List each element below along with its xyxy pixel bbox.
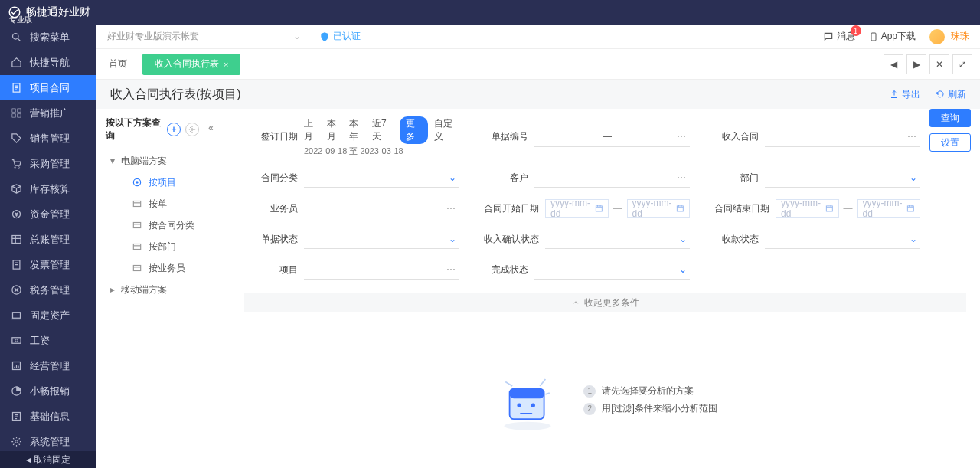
sidebar-item-doc[interactable]: 项目合同 <box>0 75 96 100</box>
tree-item-by_project[interactable]: 按项目 <box>96 172 230 193</box>
tab-prev-button[interactable]: ◀ <box>884 54 903 74</box>
svg-rect-30 <box>826 206 832 211</box>
opt-this-year[interactable]: 本年 <box>349 117 366 143</box>
tree-group-desktop[interactable]: ▾电脑端方案 <box>96 150 230 172</box>
page-header: 收入合同执行表(按项目) 导出 刷新 <box>96 80 980 109</box>
svg-point-16 <box>15 339 18 342</box>
lookup-icon[interactable]: ⋯ <box>446 264 456 275</box>
calendar-icon <box>825 204 834 213</box>
app-download-button[interactable]: App下载 <box>869 30 916 43</box>
sidebar-item-tax[interactable]: 税务管理 <box>0 277 96 303</box>
chevron-down-icon: ⌄ <box>293 31 301 41</box>
empty-step-1: 1请先选择要分析的方案 <box>583 385 717 398</box>
sidebar-item-mgmt[interactable]: 经营管理 <box>0 353 96 378</box>
add-scheme-button[interactable]: + <box>167 123 181 136</box>
export-button[interactable]: 导出 <box>890 88 920 101</box>
tab-home[interactable]: 首页 <box>96 54 139 75</box>
chevron-down-icon: ⌄ <box>910 234 917 244</box>
close-icon[interactable]: × <box>224 60 228 69</box>
collapse-conditions-button[interactable]: 收起更多条件 <box>244 293 966 312</box>
query-button[interactable]: 查询 <box>929 109 971 127</box>
payment-status-select[interactable]: ⌄ <box>765 229 920 249</box>
scheme-icon <box>130 218 144 232</box>
svg-rect-4 <box>12 109 15 112</box>
sidebar-item-report[interactable]: 小畅报销 <box>0 378 96 404</box>
sidebar-item-cart[interactable]: 采购管理 <box>0 151 96 176</box>
sidebar-unpin-button[interactable]: ◂取消固定 <box>0 451 96 468</box>
customer-input[interactable]: ⋯ <box>534 168 690 188</box>
scheme-settings-button[interactable] <box>185 123 199 136</box>
panel-collapse-icon[interactable]: « <box>208 123 220 135</box>
svg-rect-34 <box>510 389 544 399</box>
svg-rect-24 <box>133 201 140 207</box>
chevron-down-icon: ⌄ <box>910 172 917 183</box>
tree-group-mobile[interactable]: ▸移动端方案 <box>96 279 230 300</box>
tree-item-by_dept[interactable]: 按部门 <box>96 236 230 257</box>
start-date-from[interactable]: yyyy-mm-dd <box>545 199 609 218</box>
empty-illustration-icon <box>493 365 562 434</box>
invoice-icon <box>11 259 22 270</box>
field-payment-status: 收款状态 ⌄ <box>705 229 920 249</box>
opt-last-month[interactable]: 上月 <box>304 117 321 143</box>
tab-close-all-button[interactable]: ✕ <box>929 54 949 74</box>
svg-rect-29 <box>678 206 684 211</box>
end-date-from[interactable]: yyyy-mm-dd <box>776 199 839 218</box>
contract-class-select[interactable]: ⌄ <box>304 168 459 188</box>
sidebar-item-box[interactable]: 库存核算 <box>0 176 96 201</box>
lookup-icon[interactable]: ⋯ <box>446 203 456 214</box>
doc-no-input[interactable]: —⋯ <box>534 127 690 147</box>
refresh-icon <box>936 90 945 99</box>
refresh-button[interactable]: 刷新 <box>936 88 966 101</box>
end-date-to[interactable]: yyyy-mm-dd <box>858 199 921 218</box>
user-menu[interactable]: 珠珠 <box>929 29 969 44</box>
dept-select[interactable]: ⌄ <box>765 168 920 188</box>
settings-button[interactable]: 设置 <box>929 133 971 152</box>
export-icon <box>890 90 899 99</box>
sidebar-item-home[interactable]: 快捷导航 <box>0 50 96 75</box>
income-contract-input[interactable]: ⋯ <box>765 127 920 147</box>
messages-button[interactable]: 消息 1 <box>823 30 855 43</box>
sidebar-item-label: 搜索菜单 <box>30 31 70 44</box>
field-salesman: 业务员 ⋯ <box>244 198 459 218</box>
sidebar-item-table[interactable]: 总账管理 <box>0 227 96 252</box>
lookup-icon[interactable]: ⋯ <box>677 172 687 183</box>
filter-scheme-panel: 按以下方案查询 + « ▾电脑端方案按项目按单按合同分类按部门按业务员▸移动端方… <box>96 109 230 468</box>
tree-item-by_order[interactable]: 按单 <box>96 193 230 214</box>
sidebar-item-label: 系统管理 <box>30 435 70 449</box>
sidebar-item-coin[interactable]: 资金管理 <box>0 201 96 227</box>
doc-status-select[interactable]: ⌄ <box>304 229 459 249</box>
svg-rect-26 <box>133 244 140 250</box>
lookup-icon[interactable]: ⋯ <box>677 131 687 142</box>
lookup-icon[interactable]: ⋯ <box>907 131 917 142</box>
tab-fullscreen-button[interactable]: ⤢ <box>952 54 972 74</box>
svg-point-23 <box>136 181 139 184</box>
tree-item-by_class[interactable]: 按合同分类 <box>96 214 230 236</box>
calendar-icon <box>676 204 684 213</box>
sidebar-item-asset[interactable]: 固定资产 <box>0 303 96 328</box>
sidebar-item-invoice[interactable]: 发票管理 <box>0 252 96 277</box>
tab-active[interactable]: 收入合同执行表× <box>142 54 240 75</box>
sidebar-item-label: 工资 <box>30 334 50 348</box>
sidebar-item-tag[interactable]: 销售管理 <box>0 126 96 151</box>
sidebar-item-info[interactable]: 基础信息 <box>0 404 96 429</box>
verified-badge[interactable]: 已认证 <box>319 30 361 43</box>
opt-custom[interactable]: 自定义 <box>434 117 459 143</box>
sidebar-item-search[interactable]: 搜索菜单 <box>0 25 96 50</box>
opt-more[interactable]: 更多 <box>400 116 429 144</box>
workspace-selector[interactable]: 好业财专业版演示帐套 ⌄ <box>107 30 301 43</box>
salesman-input[interactable]: ⋯ <box>304 198 459 218</box>
report-icon <box>11 385 22 397</box>
tab-next-button[interactable]: ▶ <box>906 54 926 74</box>
opt-this-month[interactable]: 本月 <box>327 117 344 143</box>
tree-item-by_staff[interactable]: 按业务员 <box>96 257 230 279</box>
opt-last7[interactable]: 近7天 <box>372 117 394 143</box>
top-bar: 好业财专业版演示帐套 ⌄ 已认证 消息 1 App下载 珠珠 <box>96 25 980 49</box>
project-input[interactable]: ⋯ <box>304 260 459 280</box>
income-confirm-select[interactable]: ⌄ <box>545 229 690 249</box>
sidebar-item-salary[interactable]: 工资 <box>0 328 96 353</box>
field-contract-start: 合同开始日期 yyyy-mm-dd — yyyy-mm-dd <box>475 198 690 218</box>
start-date-to[interactable]: yyyy-mm-dd <box>627 199 691 218</box>
scheme-icon <box>130 240 144 254</box>
sidebar-item-grid[interactable]: 营销推广 <box>0 100 96 126</box>
complete-status-select[interactable]: ⌄ <box>534 260 690 280</box>
